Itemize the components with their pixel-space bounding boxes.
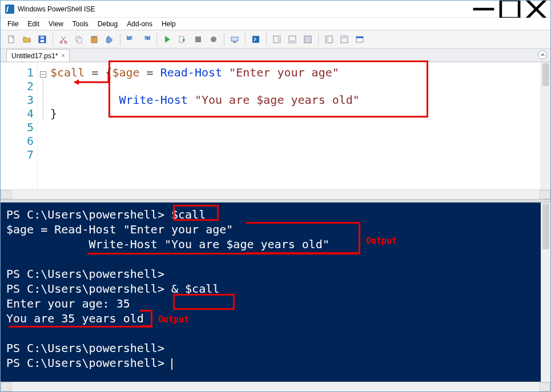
code-token: =	[140, 66, 160, 79]
stop-button[interactable]	[191, 32, 206, 47]
svg-rect-26	[325, 36, 328, 43]
tab-strip: Untitled17.ps1* ×	[1, 49, 550, 62]
console-output: $age = Read-Host "Enter your age"	[6, 223, 233, 236]
app-icon	[5, 5, 14, 14]
console-output: You are 35 years old	[6, 312, 144, 325]
code-editor[interactable]: 1 2 3 4 5 6 7 − $call = {$age = Read-Hos…	[1, 62, 550, 189]
line-number: 5	[1, 120, 34, 134]
prompt: PS C:\Users\powershell>	[6, 208, 171, 221]
minimize-button[interactable]	[470, 1, 497, 18]
code-token	[50, 93, 119, 107]
code-token: Read-Host	[160, 66, 222, 79]
svg-rect-11	[78, 38, 82, 43]
svg-rect-4	[9, 36, 14, 43]
svg-point-16	[211, 37, 216, 42]
console-pane: PS C:\Users\powershell> $call $age = Rea…	[1, 203, 550, 391]
paste-button[interactable]	[87, 32, 102, 47]
line-number: 7	[1, 148, 34, 161]
menu-file[interactable]: File	[3, 19, 23, 29]
line-number: 4	[1, 107, 34, 120]
console-horizontal-scrollbar[interactable]	[1, 382, 550, 391]
line-number-gutter: 1 2 3 4 5 6 7	[1, 62, 38, 189]
script-pane: 1 2 3 4 5 6 7 − $call = {$age = Read-Hos…	[1, 62, 550, 199]
close-button[interactable]	[523, 1, 549, 18]
code-token: {	[105, 66, 112, 79]
svg-rect-17	[231, 37, 238, 41]
line-number: 3	[1, 93, 34, 107]
powershell-button[interactable]	[248, 32, 263, 47]
new-button[interactable]	[4, 32, 19, 47]
layout-full-button[interactable]	[300, 32, 315, 47]
console-output: Write-Host "You are $age years old"	[89, 237, 329, 251]
menu-tools[interactable]: Tools	[68, 19, 93, 29]
code-token: =	[85, 66, 105, 79]
run-button[interactable]	[160, 32, 175, 47]
clear-button[interactable]	[102, 32, 117, 47]
breakpoint-button[interactable]	[206, 32, 221, 47]
svg-rect-21	[277, 36, 280, 43]
svg-rect-1	[501, 0, 519, 18]
editor-vertical-scrollbar[interactable]	[541, 62, 550, 189]
layout-bottom-button[interactable]	[285, 32, 300, 47]
code-area[interactable]: $call = {$age = Read-Host "Enter your ag…	[48, 62, 360, 189]
maximize-button[interactable]	[497, 1, 523, 18]
redo-button[interactable]	[139, 32, 154, 47]
fold-line	[43, 79, 43, 120]
tab-close-icon[interactable]: ×	[59, 51, 67, 59]
copy-button[interactable]	[71, 32, 86, 47]
fold-gutter: −	[38, 62, 48, 189]
console-output	[6, 237, 89, 251]
menu-addons[interactable]: Add-ons	[122, 19, 157, 29]
code-token: "You are $age years old"	[195, 93, 360, 107]
collapse-script-pane-button[interactable]	[538, 50, 547, 59]
code-token: Write-Host	[119, 93, 187, 107]
tab-untitled[interactable]: Untitled17.ps1* ×	[6, 49, 70, 62]
code-token: $age	[112, 66, 139, 79]
svg-rect-18	[233, 42, 236, 43]
run-selection-button[interactable]	[175, 32, 190, 47]
titlebar: Windows PowerShell ISE	[1, 1, 550, 18]
console-command: $call	[171, 208, 206, 221]
toolbar	[1, 30, 550, 49]
menu-view[interactable]: View	[44, 19, 68, 29]
menu-edit[interactable]: Edit	[23, 19, 44, 29]
svg-rect-7	[41, 37, 44, 39]
options-button[interactable]	[352, 32, 367, 47]
prompt: PS C:\Users\powershell>	[6, 356, 171, 370]
menu-help[interactable]: Help	[157, 19, 180, 29]
line-number: 1	[1, 66, 34, 79]
cut-button[interactable]	[56, 32, 71, 47]
code-token: "Enter your age"	[229, 66, 339, 79]
prompt: PS C:\Users\powershell>	[6, 267, 164, 281]
svg-rect-15	[195, 37, 201, 42]
editor-horizontal-scrollbar[interactable]	[1, 189, 550, 199]
svg-rect-13	[93, 36, 95, 38]
console[interactable]: PS C:\Users\powershell> $call $age = Rea…	[1, 203, 541, 382]
svg-rect-23	[289, 40, 296, 43]
svg-rect-28	[341, 36, 348, 39]
remote-button[interactable]	[227, 32, 242, 47]
command-addons-button[interactable]	[321, 32, 336, 47]
cursor	[171, 358, 172, 370]
open-button[interactable]	[19, 32, 34, 47]
console-command: & $call	[171, 282, 219, 296]
line-number: 6	[1, 134, 34, 148]
window-title: Windows PowerShell ISE	[18, 5, 95, 13]
code-token	[188, 93, 195, 107]
code-token: }	[50, 107, 57, 120]
undo-button[interactable]	[123, 32, 138, 47]
tab-label: Untitled17.ps1*	[11, 52, 58, 60]
menu-debug[interactable]: Debug	[93, 19, 122, 29]
svg-rect-30	[356, 37, 363, 38]
code-token: $call	[50, 66, 85, 79]
console-output: Enter your age: 35	[6, 297, 130, 310]
svg-rect-24	[304, 36, 311, 43]
code-token	[222, 66, 229, 79]
save-button[interactable]	[35, 32, 50, 47]
svg-rect-6	[41, 40, 44, 42]
layout-right-button[interactable]	[270, 32, 284, 47]
console-vertical-scrollbar[interactable]	[541, 203, 550, 382]
menu-bar: File Edit View Tools Debug Add-ons Help	[1, 18, 550, 30]
script-pane-button[interactable]	[337, 32, 352, 47]
fold-toggle-icon[interactable]: −	[40, 71, 46, 78]
